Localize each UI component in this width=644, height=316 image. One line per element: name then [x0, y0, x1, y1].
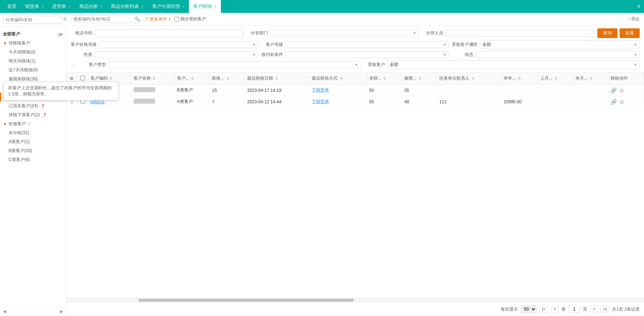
nav-item-purchase[interactable]: 进货单 × [48, 0, 75, 13]
close-customer-contact-icon[interactable]: × [214, 4, 216, 9]
nav-item-customer-contact[interactable]: 客户联络 × [189, 0, 221, 13]
sidebar-item-today[interactable]: 今天待联络(0) [0, 48, 66, 57]
price-level-select[interactable]: ▼ [99, 41, 259, 48]
row-date-1: 2023-04-17 14:19: [245, 85, 310, 96]
sidebar-item-tomorrow[interactable]: 明天待联络(1) [0, 57, 66, 66]
close-product-analysis-icon[interactable]: × [100, 4, 102, 9]
page-label: 第 [561, 306, 566, 312]
last-page-button[interactable]: >| [601, 306, 609, 313]
sidebar-section-value[interactable]: ▼ 价值客户 ✎ [0, 119, 66, 128]
sort-icon-overdue[interactable]: ⇅ [418, 76, 421, 80]
close-sales-icon[interactable]: × [41, 4, 43, 9]
nav-item-product-analysis[interactable]: 商品分析 × [75, 0, 107, 13]
link-icon-1[interactable]: 🔗 [611, 88, 617, 93]
more-filters-button[interactable]: ▽ 更多条件 ∧ [145, 16, 171, 22]
sidebar-collapse-button[interactable]: ≫ [58, 32, 63, 37]
close-purchase-icon[interactable]: × [68, 4, 70, 9]
sort-icon-lastmonth[interactable]: ⇅ [555, 76, 557, 80]
next-page-button[interactable]: > [590, 306, 598, 313]
nature-select[interactable]: ▼ [94, 51, 259, 58]
main-search-input[interactable] [73, 16, 132, 22]
edit-icon-value[interactable]: ✎ [27, 122, 30, 126]
help-icon-churned[interactable]: ❓ [41, 104, 45, 108]
dept-select[interactable]: ▼ [270, 30, 419, 37]
contact-way-link-2[interactable]: 下销货单 [312, 99, 329, 104]
sidebar-item-class-b[interactable]: B类客户(33) [0, 146, 66, 155]
setting-button[interactable]: 设置 [620, 28, 640, 38]
sort-icon-date[interactable]: ⇅ [275, 76, 278, 80]
retail-attr-select[interactable]: 全部 ▼ [480, 40, 640, 49]
arrow-down-icon: ▼ [3, 41, 7, 46]
row-type-1: B类客户 [175, 85, 210, 96]
sidebar-item-churned[interactable]: 已流失客户(24) ❓ [0, 102, 66, 110]
sort-icon-person[interactable]: ⇅ [472, 76, 474, 80]
sidebar-prev-arrow[interactable]: ◀ [3, 309, 6, 314]
top-navigation: 首页 销货单 × 进货单 × 商品分析 × 商品分析列表 × 客户分层经营 × … [0, 0, 644, 13]
sort-icon-way[interactable]: ⇅ [340, 76, 343, 80]
retail-customer-select[interactable]: 全部 ▼ [387, 60, 640, 69]
grid-icon-2[interactable]: ⊞ [620, 99, 624, 105]
sidebar-item-7days[interactable]: 近7天待联络(0) [0, 66, 66, 75]
sidebar-section-pending[interactable]: ▼ 待联络客户 [0, 39, 66, 48]
sidebar-item-class-c[interactable]: C类客户(6) [0, 155, 66, 164]
select-all-checkbox[interactable] [80, 76, 85, 80]
sort-icon-thismonth[interactable]: ⇅ [590, 76, 593, 80]
page-number-input[interactable] [569, 306, 580, 313]
sort-icon-contact[interactable]: ⇅ [226, 76, 229, 80]
sort-icon-code[interactable]: ⇅ [110, 76, 112, 80]
query-button[interactable]: 查询 [597, 28, 617, 38]
sort-icon-type[interactable]: ⇅ [191, 76, 194, 80]
prev-page-button[interactable]: < [551, 306, 559, 313]
sidebar-search-area: 🔍 [0, 13, 66, 27]
category-search-icon[interactable]: 🔍 [63, 17, 66, 22]
total-records-label: 共1页 2条记录 [612, 306, 640, 312]
help-icon-declining[interactable]: ❓ [42, 113, 47, 117]
filter-row-4: ··· 客户类型 ▼ 零散客户 全部 ▼ [71, 60, 640, 69]
status-select[interactable]: ▼ [476, 51, 640, 58]
phone-input[interactable] [94, 29, 244, 37]
sidebar-item-declining[interactable]: 持续下滑客户(2) ❓ [0, 110, 66, 119]
scrollbar-thumb[interactable] [138, 299, 354, 302]
customer-level-select[interactable]: ▼ [285, 41, 449, 48]
filter-more-dots[interactable]: ··· [71, 62, 75, 68]
nav-item-product-list[interactable]: 商品分析列表 × [107, 0, 148, 13]
page-size-select[interactable]: 50 [521, 305, 537, 313]
first-page-button[interactable]: |< [539, 306, 548, 313]
close-product-list-icon[interactable]: × [141, 4, 143, 9]
page-of-label: 页 [583, 306, 587, 312]
manager-select[interactable]: ··· [445, 30, 594, 37]
pagination-bar: 每页显示 50 |< < 第 页 > >| 共1页 2条记录 [66, 302, 644, 316]
customer-type-select[interactable]: ▼ [108, 61, 361, 68]
filter-payment: 收付款条件 ▼ [261, 51, 449, 58]
contact-way-link-1[interactable]: 下销货单 [312, 88, 329, 93]
filter-dept: 分管部门 ▼ [246, 30, 419, 37]
nav-item-sales[interactable]: 销货单 × [21, 0, 48, 13]
my-customer-checkbox[interactable] [174, 17, 179, 22]
filter-retail-attr: 零散客户属性 全部 ▼ [452, 40, 640, 49]
row-uncontacted-2: 55 [367, 96, 402, 108]
sidebar-next-arrow[interactable]: ▶ [60, 309, 63, 314]
sidebar-item-ungrouped[interactable]: 未分组(32) [0, 128, 66, 137]
export-button[interactable]: ↑ 导出 [628, 16, 640, 22]
action-icons-1: 🔗 ⊞ [611, 88, 641, 93]
payment-select[interactable]: ▼ [285, 51, 449, 58]
sort-icon-name[interactable]: ⇅ [153, 76, 156, 80]
main-search-icon[interactable]: 🔍 [135, 16, 140, 22]
horizontal-scrollbar[interactable] [66, 298, 644, 302]
sort-icon-uncontacted[interactable]: ⇅ [383, 76, 386, 80]
row-way-1: 下销货单 [310, 85, 367, 96]
link-icon-2[interactable]: 🔗 [611, 99, 617, 105]
filter-buttons: 查询 设置 [597, 28, 640, 38]
close-customer-tier-icon[interactable]: × [182, 4, 185, 9]
category-search-input[interactable] [3, 16, 62, 24]
grid-icon-1[interactable]: ⊞ [620, 88, 624, 93]
nav-item-home[interactable]: 首页 [3, 0, 21, 13]
row-person-2: 111 [437, 96, 501, 108]
table-row: 1 000039 B类客户 [66, 85, 644, 96]
sort-icon-year[interactable]: ⇅ [518, 76, 521, 80]
close-all-tabs-button[interactable]: × [637, 3, 640, 10]
sidebar-item-class-a[interactable]: A类客户(1) [0, 137, 66, 146]
settings-icon[interactable]: ⚙ [70, 76, 74, 81]
nav-item-customer-tier[interactable]: 客户分层经营 × [148, 0, 189, 13]
filter-row-2: 客户价格等级 ▼ 客户等级 ▼ 零散客户属性 全部 [71, 40, 640, 49]
